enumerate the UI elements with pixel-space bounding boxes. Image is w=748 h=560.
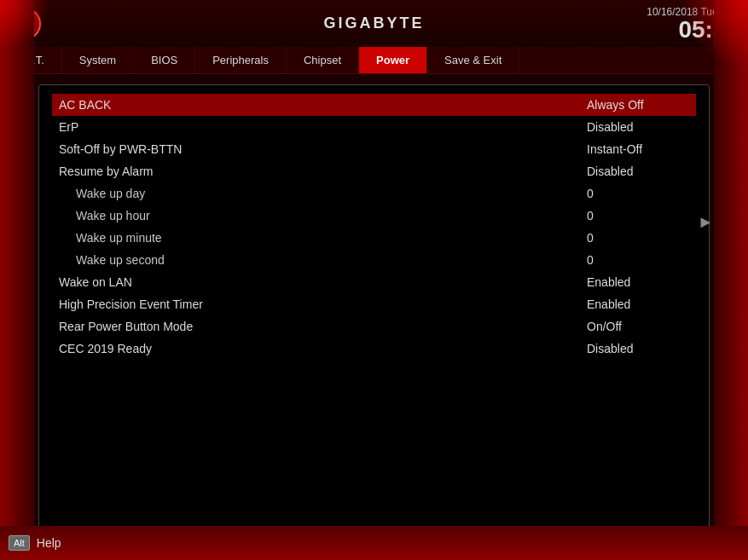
setting-row-wake-second[interactable]: Wake up second0 [52, 249, 696, 271]
content-area: AC BACKAlways OffErPDisabledSoft-Off by … [38, 84, 710, 536]
setting-label-wake-lan: Wake on LAN [59, 275, 132, 289]
header: GIGABYTE 10/16/2018 Tuesday 05:57 [0, 0, 748, 47]
setting-row-wake-hour[interactable]: Wake up hour0 [52, 205, 696, 227]
setting-value-wake-minute: 0 [587, 231, 689, 245]
nav-bios[interactable]: BIOS [134, 47, 195, 73]
brand-title: GIGABYTE [323, 14, 424, 32]
setting-value-ac-back: Always Off [587, 98, 689, 112]
setting-value-wake-second: 0 [587, 253, 689, 267]
setting-value-wake-hour: 0 [587, 209, 689, 222]
settings-table: AC BACKAlways OffErPDisabledSoft-Off by … [39, 85, 709, 368]
nav-chipset[interactable]: Chipset [287, 47, 359, 73]
setting-row-wake-minute[interactable]: Wake up minute0 [52, 227, 696, 249]
nav-save-exit[interactable]: Save & Exit [427, 47, 519, 73]
setting-label-ac-back: AC BACK [59, 98, 111, 112]
setting-value-wake-lan: Enabled [587, 275, 689, 289]
setting-label-resume-alarm: Resume by Alarm [59, 165, 153, 178]
setting-value-rear-power: On/Off [587, 320, 689, 333]
setting-row-resume-alarm[interactable]: Resume by AlarmDisabled [52, 160, 696, 182]
setting-label-hpet: High Precision Event Timer [59, 297, 203, 311]
setting-row-wake-lan[interactable]: Wake on LANEnabled [52, 271, 696, 293]
setting-row-cec-2019[interactable]: CEC 2019 ReadyDisabled [52, 338, 696, 360]
setting-label-wake-hour: Wake up hour [59, 209, 150, 222]
setting-row-ac-back[interactable]: AC BACKAlways Off [52, 94, 696, 116]
setting-label-soft-off: Soft-Off by PWR-BTTN [59, 142, 182, 156]
setting-row-soft-off[interactable]: Soft-Off by PWR-BTTNInstant-Off [52, 138, 696, 160]
setting-label-wake-second: Wake up second [59, 253, 165, 267]
setting-row-wake-day[interactable]: Wake up day0 [52, 182, 696, 205]
nav-power[interactable]: Power [359, 47, 427, 73]
footer: Alt Help [0, 526, 748, 560]
setting-value-hpet: Enabled [587, 297, 689, 311]
setting-label-erp: ErP [59, 120, 78, 134]
setting-value-erp: Disabled [587, 120, 689, 134]
alt-badge: Alt [9, 535, 30, 551]
help-label: Help [37, 536, 61, 550]
navbar: M.I.T. System BIOS Peripherals Chipset P… [0, 47, 748, 74]
scroll-right-arrow: ► [700, 213, 710, 233]
setting-value-soft-off: Instant-Off [587, 142, 689, 156]
setting-value-resume-alarm: Disabled [587, 165, 689, 178]
nav-system[interactable]: System [62, 47, 134, 73]
setting-label-rear-power: Rear Power Button Mode [59, 320, 193, 333]
help-button[interactable]: Alt Help [9, 535, 61, 551]
setting-label-wake-minute: Wake up minute [59, 231, 162, 245]
setting-value-cec-2019: Disabled [587, 342, 689, 355]
setting-value-wake-day: 0 [587, 187, 689, 200]
setting-label-wake-day: Wake up day [59, 187, 145, 200]
setting-label-cec-2019: CEC 2019 Ready [59, 342, 152, 355]
setting-row-rear-power[interactable]: Rear Power Button ModeOn/Off [52, 315, 696, 338]
setting-row-hpet[interactable]: High Precision Event TimerEnabled [52, 293, 696, 315]
setting-row-erp[interactable]: ErPDisabled [52, 116, 696, 138]
nav-peripherals[interactable]: Peripherals [195, 47, 287, 73]
